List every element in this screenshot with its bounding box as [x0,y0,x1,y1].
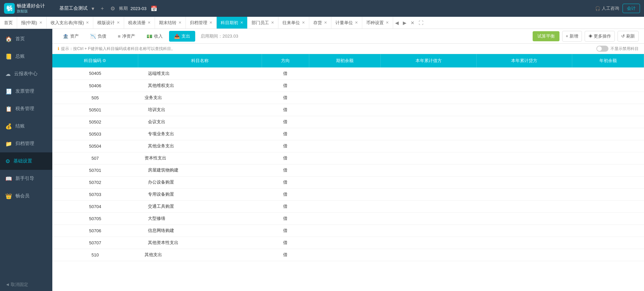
logo-text: 畅捷通好会计 旗舰版 [17,3,45,14]
sidebar-item-ledger[interactable]: 📒 总账 [0,48,52,65]
tab-close-11[interactable]: ✕ [355,20,358,25]
more-button[interactable]: ◈ 更多操作 [585,31,615,42]
top-header: 畅 畅捷通好会计 旗舰版 基层工会测试 ▾ ＋ ⚙ 账期 2023-03 📅 🎧… [0,0,644,17]
cell-ytd-debit [381,188,477,200]
company-name[interactable]: 基层工会测试 [59,5,88,11]
tab-10[interactable]: 存货 ✕ [309,17,331,29]
income-icon: 💵 [147,34,152,39]
tab-2[interactable]: 收入支出表(年报) ✕ [47,17,94,29]
tab-5[interactable]: 期末结转 ✕ [155,17,186,29]
add-button[interactable]: + 新增 [562,31,582,42]
cell-ytd-debit [381,128,477,140]
sidebar-item-vip[interactable]: 👑 畅会员 [0,187,52,205]
account-button[interactable]: 会计 [623,4,640,13]
cell-opening [309,92,380,104]
table-row: 510 其他支出 借 [52,249,644,261]
sidebar-item-close[interactable]: 💰 结账 [0,117,52,135]
cell-name: 信息网络购建 [138,225,262,237]
cell-ytd-debit [381,92,477,104]
tab-next-button[interactable]: ▶ [401,20,409,26]
cat-tab-income[interactable]: 💵 收入 [142,31,168,42]
sidebar-item-tax[interactable]: 📋 税务管理 [0,100,52,117]
expense-icon: 📤 [174,34,180,39]
cat-tab-asset[interactable]: 🏦 资产 [58,31,84,42]
sidebar-item-cloud[interactable]: ☁ 云报表中心 [0,65,52,83]
cell-ytd-credit [476,225,572,237]
tab-home[interactable]: 首页 [0,17,17,29]
subjects-table: 科目编码 ⚙ 科目名称 方向 期初余额 本年累计借方 本年累计贷方 年初余额 5… [52,54,644,261]
cell-name: 专用设备购置 [138,188,262,200]
cell-opening [309,104,380,116]
cell-year-opening [572,176,644,188]
cat-tab-liability[interactable]: 📉 负债 [85,31,111,42]
cell-ytd-debit [381,212,477,225]
sidebar-collapse-button[interactable]: ◄ 取消固定 [0,278,52,291]
tab-close-8[interactable]: ✕ [271,20,274,25]
cat-tab-equity[interactable]: ≡ 净资产 [113,31,140,42]
sidebar-item-invoice[interactable]: 🧾 发票管理 [0,83,52,100]
cell-ytd-debit [381,237,477,249]
period-info: 启用期间：2023.03 [201,33,238,39]
tab-close-1[interactable]: ✕ [39,20,42,25]
toggle-switch[interactable] [596,46,608,52]
tab-close-6[interactable]: ✕ [209,20,212,25]
cell-opening [309,116,380,128]
tab-8[interactable]: 部门员工 ✕ [248,17,278,29]
tab-close-2[interactable]: ✕ [86,20,89,25]
tab-9[interactable]: 往来单位 ✕ [278,17,309,29]
cell-ytd-credit [476,92,572,104]
tab-11[interactable]: 计量单位 ✕ [331,17,362,29]
cell-ytd-debit [381,152,477,164]
sidebar-item-guide[interactable]: 📖 新手引导 [0,170,52,187]
tab-3[interactable]: 模版设计 ✕ [93,17,124,29]
cell-name: 房屋建筑物购建 [138,164,262,176]
table-row: 50504 其他业务支出 借 [52,140,644,152]
col-ytd-debit: 本年累计借方 [381,54,477,67]
cell-direction: 借 [262,80,309,92]
tab-close-12[interactable]: ✕ [386,20,389,25]
calculate-button[interactable]: 试算平衡 [533,31,559,41]
tab-4[interactable]: 税表清册 ✕ [124,17,155,29]
cat-tab-expense[interactable]: 📤 支出 [169,31,195,42]
cell-ytd-credit [476,80,572,92]
sidebar-item-archive[interactable]: 📁 归档管理 [0,135,52,152]
sidebar-item-basic[interactable]: ⚙ 基础设置 [0,152,52,170]
table-row: 505 业务支出 借 [52,92,644,104]
tab-6[interactable]: 归档管理 ✕ [186,17,217,29]
tab-close-10[interactable]: ✕ [324,20,327,25]
settings-icon[interactable]: ⚙ [109,5,116,12]
service-button[interactable]: 🎧 人工咨询 [595,5,619,11]
col-direction: 方向 [262,54,309,67]
sidebar-item-home[interactable]: 🏠 首页 [0,30,52,48]
tab-close-7[interactable]: ✕ [240,20,243,25]
tab-12[interactable]: 币种设置 ✕ [362,17,393,29]
calendar-icon[interactable]: 📅 [149,5,159,12]
cell-name: 其他维权支出 [138,80,262,92]
col-gear-icon[interactable]: ⚙ [102,58,106,63]
cell-direction: 借 [262,128,309,140]
refresh-button[interactable]: ↺ 刷新 [618,31,639,42]
cell-opening [309,152,380,164]
archive-icon: 📁 [5,141,12,147]
tab-1[interactable]: 报(中期) ✕ [17,17,47,29]
cell-code: 505 [52,92,138,104]
logo-icon: 畅 [4,3,15,14]
header-right: 🎧 人工咨询 会计 [595,4,640,13]
tab-close-9[interactable]: ✕ [302,20,305,25]
tax-icon: 📋 [5,106,12,112]
cell-direction: 借 [262,225,309,237]
tab-close-4[interactable]: ✕ [148,20,151,25]
cell-ytd-debit [381,104,477,116]
dropdown-icon[interactable]: ▾ [90,5,96,12]
add-icon[interactable]: ＋ [98,4,106,13]
cell-code: 50406 [52,80,138,92]
tab-expand-button[interactable]: ⛶ [417,20,425,26]
tab-7[interactable]: 科目期初 ✕ [217,17,248,29]
cell-ytd-debit [381,116,477,128]
tab-prev-button[interactable]: ◀ [393,20,401,26]
tab-close-5[interactable]: ✕ [178,20,181,25]
cell-direction: 借 [262,164,309,176]
tab-close-all-button[interactable]: ✕ [409,20,417,26]
tab-close-3[interactable]: ✕ [117,20,120,25]
table-row: 50704 交通工具购置 借 [52,200,644,212]
